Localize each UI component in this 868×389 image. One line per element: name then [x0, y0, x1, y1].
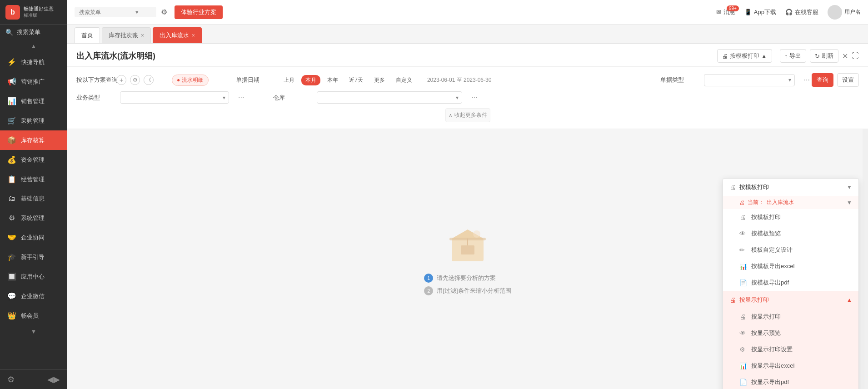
business-type-section: 业务类型 ··· — [76, 91, 246, 104]
sidebar-item-inventory[interactable]: 📦 库存核算 — [0, 130, 67, 150]
tab-close-inventory-batch[interactable]: × — [141, 32, 144, 39]
window-controls: ✕ ⛶ — [842, 52, 859, 60]
template-print-section-header[interactable]: 🖨 按模板打印 ▼ — [723, 179, 858, 196]
sidebar-item-app-center[interactable]: 🔲 应用中心 — [0, 267, 67, 286]
template-excel-item[interactable]: 📊 按模板导出excel — [723, 258, 858, 274]
wechat-icon: 💬 — [7, 292, 16, 300]
display-print-settings-item[interactable]: ⚙ 按显示打印设置 — [723, 341, 858, 358]
date-btn-custom[interactable]: 自定义 — [392, 75, 416, 86]
sidebar-item-collab[interactable]: 🤝 企业协同 — [0, 228, 67, 247]
display-print-item[interactable]: 🖨 按显示打印 — [723, 309, 858, 325]
window-close-btn[interactable]: ✕ — [842, 52, 848, 60]
receipt-type-more-dots[interactable]: ··· — [802, 76, 812, 84]
query-btn-group: 查询 设置 — [812, 73, 859, 87]
sidebar-item-member[interactable]: 👑 畅会员 — [0, 306, 67, 325]
refresh-button[interactable]: ↻ 刷新 — [810, 49, 838, 63]
template-pdf-icon: 📄 — [739, 279, 747, 286]
topbar-settings-icon[interactable]: ⚙ — [161, 8, 167, 16]
receipt-type-select[interactable] — [704, 74, 795, 86]
display-preview-item[interactable]: 👁 按显示预览 — [723, 325, 858, 341]
user-avatar-btn[interactable]: 用户名 — [828, 5, 861, 20]
sidebar-item-sales[interactable]: 📊 销售管理 — [0, 91, 67, 111]
page-header: 出入库流水(流水明细) 🖨 按模板打印 ▲ ↑ 导出 ↻ 刷新 — [67, 44, 868, 67]
date-filter-section: 单据日期 上月 本月 本年 近7天 更多 自定义 2023-06-01 至 20… — [236, 75, 642, 86]
sidebar-nav: ▲ ⚡ 快捷导航 📢 营销推广 📊 销售管理 🛒 采购管理 📦 库存核算 — [0, 40, 67, 369]
warehouse-more-dots[interactable]: ··· — [469, 94, 479, 102]
tab-inout-flow[interactable]: 出入库流水 × — [153, 27, 202, 43]
empty-step-2: 2 用[过滤]条件来缩小分析范围 — [424, 286, 511, 295]
topbar-search-box[interactable]: ▾ — [75, 7, 156, 17]
topbar-search-input[interactable] — [79, 9, 134, 15]
display-print-section-header[interactable]: 🖨 按显示打印 ▲ — [723, 291, 858, 309]
filter-tag-item[interactable]: ● 流水明细 — [172, 75, 209, 86]
topbar-search-dropdown-icon[interactable]: ▾ — [135, 9, 139, 15]
sidebar-item-guide[interactable]: 🎓 新手引导 — [0, 247, 67, 267]
app-download-btn[interactable]: 📱 App下载 — [744, 8, 776, 16]
receipt-type-section: 单据类型 ··· — [660, 74, 812, 86]
sidebar-item-marketing[interactable]: 📢 营销推广 — [0, 72, 67, 91]
business-type-select[interactable] — [120, 91, 229, 104]
display-excel-item[interactable]: 📊 按显示导出excel — [723, 358, 858, 374]
sidebar-item-basic-info[interactable]: 🗂 基础信息 — [0, 189, 67, 208]
date-btn-last-month[interactable]: 上月 — [279, 75, 299, 86]
sidebar-search[interactable]: 🔍 搜索菜单 — [0, 25, 67, 40]
sidebar-item-label: 经营管理 — [21, 175, 45, 184]
query-button[interactable]: 查询 — [812, 73, 833, 87]
purchase-icon: 🛒 — [7, 116, 16, 125]
gear-icon[interactable]: ⚙ — [7, 374, 15, 384]
template-customize-item[interactable]: ✏ 模板自定义设计 — [723, 242, 858, 258]
empty-state-icon — [445, 223, 490, 268]
tab-inventory-batch[interactable]: 库存批次账 × — [102, 27, 151, 43]
scroll-down-btn[interactable]: ▼ — [0, 325, 67, 338]
sidebar-item-finance[interactable]: 💰 资金管理 — [0, 150, 67, 170]
message-btn[interactable]: ✉ 消息 99+ — [716, 8, 735, 16]
current-icon: 🖨 — [739, 199, 745, 206]
sidebar-item-label: 新手引导 — [21, 253, 45, 261]
online-service-label: 在线客服 — [795, 8, 818, 16]
warehouse-select[interactable] — [317, 91, 462, 104]
display-pdf-item[interactable]: 📄 按显示导出pdf — [723, 374, 858, 389]
collapse-icon: ∧ — [449, 112, 453, 119]
finance-icon: 💰 — [7, 155, 16, 164]
page-header-actions: 🖨 按模板打印 ▲ ↑ 导出 ↻ 刷新 ✕ ⛶ — [717, 49, 859, 63]
sidebar-item-quick-nav[interactable]: ⚡ 快捷导航 — [0, 52, 67, 72]
filter-tag-area: ● 流水明细 — [172, 75, 209, 86]
sidebar-item-wechat[interactable]: 💬 企业微信 — [0, 286, 67, 306]
display-preview-icon: 👁 — [739, 329, 747, 337]
date-btn-this-year[interactable]: 本年 — [323, 75, 342, 86]
display-print-label: 按显示打印 — [739, 296, 769, 304]
sidebar-bottom: ⚙ ◀▶ — [0, 369, 67, 389]
tab-close-inout-flow[interactable]: × — [192, 32, 195, 39]
template-preview-item[interactable]: 👁 按模板预览 — [723, 225, 858, 242]
guide-icon: 🎓 — [7, 253, 16, 261]
date-btn-this-month[interactable]: 本月 — [301, 75, 320, 85]
sidebar-item-purchase[interactable]: 🛒 采购管理 — [0, 111, 67, 130]
right-scrollbar[interactable] — [863, 129, 868, 389]
date-btn-7days[interactable]: 近7天 — [345, 75, 367, 86]
receipt-type-select-wrapper — [704, 74, 795, 86]
filter-settings-button[interactable]: ⚙ — [130, 75, 140, 85]
print-template-button[interactable]: 🖨 按模板打印 ▲ — [717, 49, 772, 63]
online-service-btn[interactable]: 🎧 在线客服 — [785, 8, 818, 16]
date-btn-more[interactable]: 更多 — [370, 75, 389, 86]
window-maximize-btn[interactable]: ⛶ — [852, 52, 859, 60]
scroll-up-btn[interactable]: ▲ — [0, 40, 67, 52]
settings-button[interactable]: 设置 — [837, 73, 859, 87]
tab-home[interactable]: 首页 — [75, 27, 100, 43]
sidebar-item-business[interactable]: 📋 经营管理 — [0, 170, 67, 189]
sidebar-item-label: 企业协同 — [21, 234, 45, 242]
template-pdf-item[interactable]: 📄 按模板导出pdf — [723, 274, 858, 291]
topbar-right: ✉ 消息 99+ 📱 App下载 🎧 在线客服 用户名 — [716, 5, 861, 20]
trial-button[interactable]: 体验行业方案 — [175, 5, 223, 19]
filter-expand-button[interactable]: 《 — [144, 75, 154, 85]
filter-tag-icon: ● — [177, 77, 180, 83]
collapse-sidebar-icon[interactable]: ◀▶ — [47, 374, 60, 384]
filter-add-button[interactable]: + — [116, 75, 126, 85]
template-print-item[interactable]: 🖨 按模板打印 — [723, 209, 858, 225]
collapse-more-btn[interactable]: ∧ 收起更多条件 — [445, 108, 490, 122]
business-type-more-dots[interactable]: ··· — [236, 94, 246, 102]
export-button[interactable]: ↑ 导出 — [780, 49, 807, 63]
sidebar-item-system[interactable]: ⚙ 系统管理 — [0, 208, 67, 228]
svg-rect-2 — [461, 245, 474, 254]
empty-steps-list: 1 请先选择要分析的方案 2 用[过滤]条件来缩小分析范围 — [424, 274, 511, 295]
